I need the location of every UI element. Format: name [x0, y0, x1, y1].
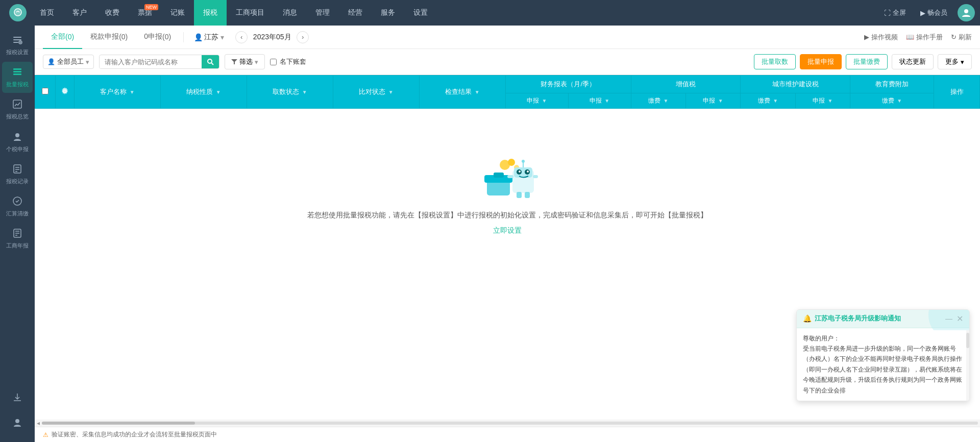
svg-point-30	[508, 159, 515, 166]
nav-tax[interactable]: 报税	[194, 0, 227, 26]
sidebar-label-annual-report: 工商年报	[6, 242, 29, 249]
batch-declare-button[interactable]: 批量申报	[800, 54, 842, 69]
svg-rect-40	[517, 192, 522, 198]
svg-rect-1	[13, 37, 21, 38]
sidebar-item-tax-summary[interactable]: 报税总览	[2, 94, 33, 125]
th-checkbox[interactable]	[35, 76, 56, 109]
th-edu-pay: 缴费 ▼	[850, 93, 934, 109]
more-chevron-icon: ▾	[961, 58, 964, 66]
th-customer-name: 客户名称 ▼	[75, 76, 161, 109]
sort-icon-compare[interactable]: ▼	[388, 89, 394, 95]
svg-rect-39	[533, 175, 538, 178]
more-button[interactable]: 更多 ▾	[938, 54, 972, 69]
account-checkbox-label[interactable]: 名下账套	[270, 57, 306, 66]
svg-point-23	[208, 59, 212, 63]
sidebar-label-settlement: 汇算清缴	[6, 210, 29, 217]
nav-service[interactable]: 服务	[372, 0, 404, 26]
tab-zero-declare[interactable]: 0申报(0)	[136, 26, 179, 49]
scrollbar-track[interactable]	[42, 422, 978, 425]
notif-scrollbar-track[interactable]	[966, 330, 969, 401]
sidebar-item-tax-settings[interactable]: 报税设置	[2, 30, 33, 61]
tab-all[interactable]: 全部(0)	[43, 26, 82, 49]
nav-home[interactable]: 首页	[31, 0, 63, 26]
svg-rect-7	[13, 68, 21, 70]
employee-chevron-icon: ▾	[86, 58, 89, 66]
month-next-button[interactable]: ›	[297, 31, 309, 43]
sort-icon-fin-declare[interactable]: ▼	[542, 98, 547, 104]
employee-select[interactable]: 👤 全部员工 ▾	[43, 55, 94, 69]
tab-bar: 全部(0) 税款申报(0) 0申报(0) 👤 江苏 ▾ ‹ 2023年05月 ›	[35, 26, 980, 49]
search-box	[99, 55, 219, 69]
sort-icon-vat-declare[interactable]: ▼	[604, 98, 609, 104]
sort-icon-vat-pay[interactable]: ▼	[663, 98, 668, 104]
sidebar-item-settlement[interactable]: 汇算清缴	[2, 191, 33, 222]
nav-accounting[interactable]: 记账	[161, 0, 194, 26]
batch-fetch-button[interactable]: 批量取数	[754, 54, 796, 69]
video-icon: ▶	[864, 33, 869, 41]
svg-rect-8	[13, 71, 21, 72]
sort-icon-check[interactable]: ▼	[475, 89, 480, 95]
member-icon: ▶	[920, 9, 925, 17]
th-vat-declare: 申报 ▼	[568, 93, 631, 109]
app-logo[interactable]	[5, 0, 31, 26]
svg-rect-3	[13, 42, 18, 43]
nav-message[interactable]: 消息	[274, 0, 306, 26]
refresh-icon: ↻	[951, 33, 957, 41]
nav-industrial[interactable]: 工商项目	[227, 0, 274, 26]
sort-icon-city-pay[interactable]: ▼	[773, 98, 778, 104]
nav-fee[interactable]: 收费	[96, 0, 129, 26]
empty-state: 若您想使用批量报税功能，请先在【报税设置】中进行报税的初始化设置，完成密码验证和…	[35, 109, 980, 266]
nav-invoice[interactable]: 票据 NEW	[129, 0, 161, 26]
nav-client[interactable]: 客户	[63, 0, 96, 26]
select-all-checkbox[interactable]	[42, 88, 48, 94]
sort-icon-customer[interactable]: ▼	[130, 89, 135, 95]
toolbar-buttons: 批量取数 批量申报 批量缴费 状态更新 更多 ▾	[754, 54, 972, 69]
sidebar-item-batch-tax[interactable]: 批量报税	[2, 62, 33, 93]
svg-point-43	[522, 160, 525, 163]
sidebar-label-personal-tax: 个税申报	[6, 146, 29, 153]
operation-manual-button[interactable]: 📖 操作手册	[906, 33, 943, 42]
refresh-button[interactable]: ↻ 刷新	[951, 33, 972, 42]
tab-tax-declare[interactable]: 税款申报(0)	[82, 26, 136, 49]
svg-line-24	[212, 63, 214, 65]
member-button[interactable]: ▶ 畅会员	[916, 6, 951, 19]
empty-setup-link[interactable]: 立即设置	[45, 226, 970, 235]
th-tax-type: 纳税性质 ▼	[161, 76, 247, 109]
region-selector[interactable]: 👤 江苏 ▾	[188, 33, 230, 42]
sidebar-item-download[interactable]	[2, 387, 33, 411]
horizontal-scrollbar[interactable]: ◂	[35, 420, 980, 427]
th-gear[interactable]	[56, 76, 75, 109]
sort-icon-city-declare[interactable]: ▼	[718, 98, 723, 104]
user-avatar[interactable]	[958, 4, 975, 21]
sidebar-item-personal-tax[interactable]: 个税申报	[2, 127, 33, 158]
status-update-button[interactable]: 状态更新	[892, 54, 934, 69]
sort-icon-tax-type[interactable]: ▼	[216, 89, 221, 95]
th-vat-pay: 缴费 ▼	[631, 93, 685, 109]
sort-icon-edu-pay[interactable]: ▼	[897, 98, 902, 104]
logo-icon	[9, 4, 27, 21]
sidebar-label-batch-tax: 批量报税	[6, 81, 29, 88]
nav-operation[interactable]: 经营	[339, 0, 372, 26]
month-prev-button[interactable]: ‹	[235, 31, 248, 43]
scrollbar-thumb[interactable]	[42, 422, 195, 425]
account-checkbox[interactable]	[270, 59, 277, 65]
sort-icon-edu-declare[interactable]: ▼	[828, 98, 833, 104]
region-chevron-icon: ▾	[220, 33, 224, 41]
filter-button[interactable]: 筛选 ▾	[225, 54, 265, 69]
toolbar: 👤 全部员工 ▾ 筛选 ▾ 名下账套 批量取数 批量申	[35, 49, 980, 75]
batch-pay-button[interactable]: 批量缴费	[846, 54, 888, 69]
nav-settings[interactable]: 设置	[404, 0, 437, 26]
operation-video-button[interactable]: ▶ 操作视频	[864, 33, 898, 42]
settlement-icon	[12, 196, 22, 209]
search-button[interactable]	[202, 55, 219, 68]
sidebar-label-tax-settings: 报税设置	[6, 49, 29, 56]
sidebar-item-tax-records[interactable]: 报税记录	[2, 159, 33, 190]
sort-icon-fetch[interactable]: ▼	[302, 89, 307, 95]
search-input[interactable]	[100, 56, 202, 68]
sidebar-item-user-menu[interactable]	[2, 412, 33, 437]
top-navigation: 首页 客户 收费 票据 NEW 记账 报税 工商项目 消息 管理 经营 服务 设…	[0, 0, 980, 26]
nav-management[interactable]: 管理	[306, 0, 339, 26]
notif-scrollbar-thumb[interactable]	[966, 333, 969, 348]
fullscreen-button[interactable]: ⛶ 全屏	[880, 6, 910, 19]
sidebar-item-annual-report[interactable]: 工商年报	[2, 223, 33, 254]
